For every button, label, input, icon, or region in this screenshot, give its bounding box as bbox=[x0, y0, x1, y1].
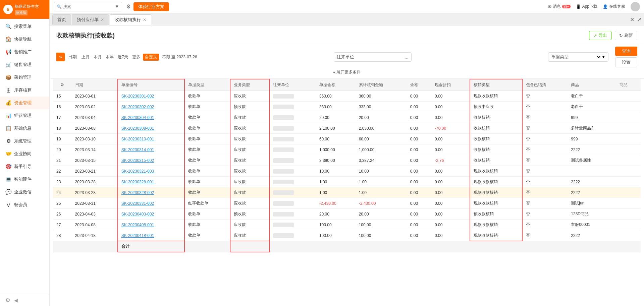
date-range: 不限 至 2023-07-26 bbox=[162, 54, 197, 60]
cell-product: 老白干 bbox=[568, 91, 616, 102]
date-btn-last-month[interactable]: 上月 bbox=[80, 54, 91, 61]
sidebar-item-marketing[interactable]: 📢营销推广 bbox=[0, 46, 49, 58]
sidebar-item-inventory[interactable]: 🗄库存核算 bbox=[0, 84, 49, 97]
voucher-link[interactable]: SK-20230301-002 bbox=[121, 94, 154, 99]
voucher-link[interactable]: SK-20230314-001 bbox=[121, 147, 154, 152]
gear-icon[interactable]: ⚙ bbox=[126, 3, 131, 10]
expand-tab-btn[interactable]: ⤢ bbox=[637, 16, 641, 23]
cell-write-off: 10.00 bbox=[356, 166, 407, 177]
sidebar-item-finance[interactable]: 💰资金管理 bbox=[0, 97, 49, 109]
sidebar-item-basic[interactable]: 📋基础信息 bbox=[0, 122, 49, 135]
voucher-link[interactable]: SK-20230315-002 bbox=[121, 158, 154, 163]
footer-voucher-no: 合计 bbox=[118, 241, 184, 252]
cell-include-settled: 否 bbox=[522, 187, 568, 198]
query-btn[interactable]: 查询 bbox=[615, 47, 637, 56]
voucher-link[interactable]: SK-20230418-001 bbox=[121, 233, 154, 238]
sidebar-item-label-marketing: 营销推广 bbox=[14, 49, 32, 55]
sidebar-item-label-purchase: 采购管理 bbox=[14, 74, 32, 80]
cell-no: 19 bbox=[53, 134, 72, 144]
search-input[interactable] bbox=[63, 4, 113, 9]
tab-receipt-exec[interactable]: 收款核销执行✕ bbox=[110, 14, 151, 25]
cell-voucher-no: SK-20230331-002 bbox=[118, 198, 184, 209]
cell-biz-type: 应收款 bbox=[230, 220, 269, 230]
cell-date: 2023-04-18 bbox=[72, 230, 118, 241]
col-date: 日期 bbox=[72, 79, 118, 91]
voucher-link[interactable]: SK-20230304-001 bbox=[121, 115, 154, 120]
date-btn-more[interactable]: 更多 bbox=[131, 54, 142, 61]
col-voucher-type: 单据类型 bbox=[184, 79, 230, 91]
export-btn[interactable]: ↗ 导出 bbox=[589, 31, 611, 40]
sidebar-item-member[interactable]: V畅会员 bbox=[0, 198, 49, 211]
expand-label: 展开更多条件 bbox=[336, 69, 361, 75]
expand-more-btn[interactable]: ▾ 展开更多条件 bbox=[333, 69, 361, 75]
sidebar-item-guide[interactable]: 🎯新手引导 bbox=[0, 160, 49, 173]
message-btn[interactable]: ✉ 消息 99+ bbox=[548, 4, 571, 9]
cell-biz-type: 预收款 bbox=[230, 102, 269, 112]
sidebar-item-purchase[interactable]: 📦采购管理 bbox=[0, 71, 49, 84]
voucher-link[interactable]: SK-20230328-002 bbox=[121, 190, 154, 195]
cell-voucher-no: SK-20230403-002 bbox=[118, 209, 184, 220]
voucher-link[interactable]: SK-20230408-001 bbox=[121, 223, 154, 227]
cell-write-off: 360.00 bbox=[356, 91, 407, 102]
more-icon[interactable]: ... bbox=[405, 54, 409, 60]
cell-no: 28 bbox=[53, 230, 72, 241]
setting-btn[interactable]: 设置 bbox=[615, 57, 637, 67]
sidebar-item-quick-nav[interactable]: 🏠快捷导航 bbox=[0, 33, 49, 46]
sidebar-item-wechat[interactable]: 💬企业微信 bbox=[0, 186, 49, 198]
partner-input[interactable] bbox=[354, 55, 405, 59]
col-product2: 商品 bbox=[616, 79, 641, 91]
user-avatar[interactable] bbox=[631, 2, 640, 11]
voucher-link[interactable]: SK-20230403-002 bbox=[121, 212, 154, 217]
settings-icon[interactable]: ⚙ bbox=[5, 297, 10, 303]
sidebar-item-label-wechat: 企业微信 bbox=[14, 189, 32, 195]
tab-close-prepay[interactable]: ✕ bbox=[101, 17, 104, 22]
app-download-btn[interactable]: 📱 App下载 bbox=[576, 4, 597, 9]
voucher-type-select[interactable] bbox=[569, 54, 601, 60]
cell-write-off: -2,430.00 bbox=[356, 198, 407, 209]
tab-close-receipt-exec[interactable]: ✕ bbox=[143, 17, 146, 22]
cell-voucher-type: 收款单 bbox=[184, 187, 230, 198]
collapse-icon[interactable]: ◀ bbox=[14, 298, 18, 303]
search-dropdown-btn[interactable]: ▼ bbox=[115, 4, 119, 9]
cell-amount: 3,390.00 bbox=[316, 155, 356, 166]
cell-write-off: 100.00 bbox=[356, 220, 407, 230]
sidebar-item-operation[interactable]: 📊经营管理 bbox=[0, 109, 49, 122]
tab-home[interactable]: 首页 bbox=[52, 14, 71, 25]
cell-no: 24 bbox=[53, 187, 72, 198]
col-settings[interactable]: ⚙ bbox=[53, 79, 72, 91]
voucher-link[interactable]: SK-20230308-001 bbox=[121, 126, 154, 131]
sidebar-item-sales[interactable]: 🛒销售管理 bbox=[0, 58, 49, 71]
sidebar-item-label-search: 搜索菜单 bbox=[14, 23, 32, 29]
cell-no: 25 bbox=[53, 198, 72, 209]
date-btn-7days[interactable]: 近7天 bbox=[116, 54, 129, 61]
voucher-link[interactable]: SK-20230328-001 bbox=[121, 180, 154, 184]
voucher-link[interactable]: SK-20230331-002 bbox=[121, 201, 154, 206]
date-btn-this-year[interactable]: 本年 bbox=[104, 54, 115, 61]
cell-write-off-type: 预收款核销 bbox=[470, 209, 523, 220]
cell-write-off: 20.00 bbox=[356, 112, 407, 123]
sidebar-item-system[interactable]: ⚙系统管理 bbox=[0, 135, 49, 147]
table-row: 18 2023-03-08 SK-20230308-001 收款单 应收款 2,… bbox=[53, 123, 641, 134]
sidebar-item-label-guide: 新手引导 bbox=[14, 164, 32, 170]
message-icon: ✉ bbox=[548, 4, 551, 9]
logo-icon: 6 bbox=[3, 5, 13, 14]
sidebar-item-hardware[interactable]: 💻智能硬件 bbox=[0, 173, 49, 186]
cell-product: 衣服00001 bbox=[568, 220, 616, 230]
tab-prepay[interactable]: 预付应付单✕ bbox=[72, 14, 109, 25]
cell-write-off-type: 现款收款核销 bbox=[470, 220, 523, 230]
cell-voucher-no: SK-20230418-001 bbox=[118, 230, 184, 241]
voucher-link[interactable]: SK-20230310-001 bbox=[121, 137, 154, 141]
online-service-btn[interactable]: 👤 在线客服 bbox=[603, 4, 625, 9]
voucher-link[interactable]: SK-20230302-002 bbox=[121, 105, 154, 109]
sidebar-item-enterprise[interactable]: 🤝企业协同 bbox=[0, 147, 49, 160]
date-btn-this-month[interactable]: 本月 bbox=[92, 54, 103, 61]
sidebar-bottom[interactable]: ⚙ ◀ bbox=[0, 294, 49, 306]
sidebar-item-search[interactable]: 🔍搜索菜单 bbox=[0, 20, 49, 33]
voucher-link[interactable]: SK-20230321-003 bbox=[121, 169, 154, 174]
table-row: 28 2023-04-18 SK-20230418-001 收款单 应收款 10… bbox=[53, 230, 641, 241]
close-tab-btn[interactable]: ✕ bbox=[630, 16, 634, 23]
refresh-btn[interactable]: ↻ 刷新 bbox=[615, 31, 637, 40]
filter-toggle-btn[interactable]: » bbox=[56, 53, 65, 61]
solution-btn[interactable]: 体验行业方案 bbox=[133, 2, 169, 11]
date-btn-custom[interactable]: 自定义 bbox=[143, 54, 159, 61]
